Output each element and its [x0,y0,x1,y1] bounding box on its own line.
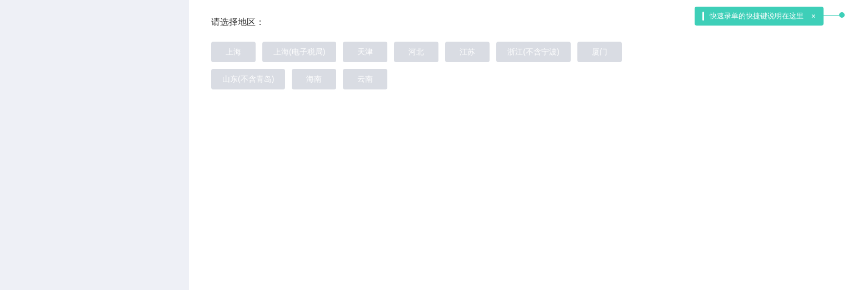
region-row-1: 上海 上海(电子税局) 天津 河北 江苏 浙江(不含宁波) 厦门 [211,42,846,62]
region-btn-shanghai[interactable]: 上海 [211,42,256,62]
tooltip-connector-line [824,15,839,16]
tooltip-text: 快速录单的快捷键说明在这里 [710,11,804,21]
main-content: 请选择地区： 上海 上海(电子税局) 天津 河北 江苏 浙江(不含宁波) 厦门 … [189,0,868,290]
tooltip-close-button[interactable]: × [811,12,816,21]
region-btn-xiamen[interactable]: 厦门 [577,42,622,62]
region-btn-hebei[interactable]: 河北 [394,42,438,62]
region-btn-jiangsu[interactable]: 江苏 [445,42,490,62]
sidebar [0,0,189,290]
tooltip-indicator-dot [839,12,845,18]
region-row-2: 山东(不含青岛) 海南 云南 [211,69,846,89]
region-btn-yunnan[interactable]: 云南 [343,69,387,89]
tooltip-banner: 快速录单的快捷键说明在这里 × [695,7,824,26]
region-btn-zhejiang[interactable]: 浙江(不含宁波) [496,42,570,62]
region-btn-tianjin[interactable]: 天津 [343,42,387,62]
region-btn-shanghai-etax[interactable]: 上海(电子税局) [262,42,336,62]
region-btn-hainan[interactable]: 海南 [292,69,336,89]
region-btn-shandong[interactable]: 山东(不含青岛) [211,69,285,89]
